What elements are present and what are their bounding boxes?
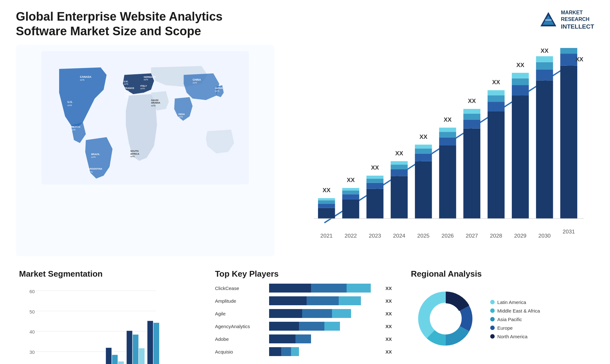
logo-box: MARKET RESEARCH INTELLECT [539,10,594,30]
svg-text:30: 30 [30,350,35,355]
svg-text:XX: XX [419,133,427,140]
player-name: Acquisio [215,349,266,354]
svg-rect-39 [318,204,335,208]
bar-seg3 [339,296,361,305]
svg-text:XX: XX [540,48,548,54]
seg-chart-svg: 60 50 40 30 20 10 [19,284,160,364]
svg-rect-83 [487,90,505,95]
svg-rect-46 [342,191,359,194]
world-map-svg: CANADA xx% U.S. xx% MEXICO xx% BRAZIL xx… [22,51,268,185]
svg-text:XX: XX [395,150,403,157]
player-name: AgencyAnalytics [215,324,266,329]
svg-rect-82 [487,95,505,102]
svg-rect-38 [318,208,335,219]
donut-svg [411,284,481,354]
svg-text:xx%: xx% [140,87,145,90]
svg-text:xx%: xx% [193,81,197,84]
player-row: AgencyAnalytics XX [215,322,395,331]
svg-rect-62 [415,161,432,219]
player-value: XX [385,324,395,329]
svg-rect-99 [560,54,577,65]
bar-seg1 [269,322,299,331]
svg-text:2029: 2029 [514,233,526,239]
svg-rect-133 [133,335,139,364]
donut-chart [411,284,481,355]
svg-rect-136 [147,321,153,364]
svg-rect-95 [536,56,553,62]
bar-seg3 [347,284,371,293]
svg-text:50: 50 [30,309,35,314]
svg-rect-87 [512,85,529,95]
svg-text:xx%: xx% [71,128,75,131]
svg-rect-45 [342,194,359,199]
player-bar [269,296,380,305]
bar-seg3 [324,322,340,331]
svg-rect-93 [536,70,553,81]
svg-rect-137 [153,323,159,364]
legend-asia-pacific: Asia Pacific [490,317,540,322]
svg-text:xx%: xx% [151,104,155,107]
svg-rect-44 [342,199,359,219]
svg-rect-74 [463,129,480,219]
regional-title: Regional Analysis [411,269,591,279]
svg-rect-98 [560,66,577,219]
svg-text:BRAZIL: BRAZIL [91,153,100,156]
svg-rect-47 [342,188,359,191]
svg-text:XX: XX [575,56,583,63]
barchart-section: XX 2021 XX 2022 XX 2023 [284,45,594,256]
europe-dot [490,326,495,330]
bar-seg1 [269,347,281,356]
svg-rect-80 [487,111,505,219]
svg-text:2031: 2031 [562,228,575,235]
svg-rect-65 [415,145,432,148]
svg-text:MEXICO: MEXICO [71,125,80,128]
player-bar [269,284,380,293]
svg-rect-70 [439,132,456,137]
north-america-dot [490,334,495,339]
europe-label: Europe [497,325,512,331]
svg-text:xx%: xx% [130,155,135,158]
svg-rect-76 [463,114,480,120]
svg-text:60: 60 [30,289,35,294]
svg-text:xx%: xx% [124,96,129,99]
main-content: CANADA xx% U.S. xx% MEXICO xx% BRAZIL xx… [16,45,594,364]
bar-seg1 [269,309,302,318]
mea-dot [490,308,495,313]
bar-seg2 [302,309,332,318]
player-value: XX [385,298,395,304]
svg-text:2026: 2026 [441,233,454,239]
svg-text:2025: 2025 [417,233,430,239]
bar-seg1 [269,296,307,305]
svg-rect-132 [127,331,132,364]
svg-text:XX: XX [468,98,476,104]
player-name: Agile [215,311,266,316]
svg-rect-63 [415,154,432,161]
player-bar [269,334,380,343]
svg-rect-51 [366,183,383,189]
svg-rect-92 [536,81,553,219]
player-value: XX [385,349,395,354]
bar-seg2 [299,322,324,331]
svg-text:xx%: xx% [88,171,93,173]
regional-legend: Latin America Middle East & Africa Asia … [490,300,540,339]
svg-point-140 [430,303,461,334]
latin-america-label: Latin America [497,300,526,305]
svg-rect-89 [512,73,529,78]
svg-rect-40 [318,200,335,204]
svg-rect-86 [512,95,529,219]
regional-content: Latin America Middle East & Africa Asia … [411,284,591,355]
svg-text:XX: XX [492,79,500,86]
svg-text:40: 40 [30,330,35,335]
seg-chart-area: 60 50 40 30 20 10 [19,284,199,364]
svg-rect-81 [487,102,505,111]
bar-seg3 [332,309,351,318]
svg-text:XX: XX [516,62,524,68]
latin-america-dot [490,300,495,304]
svg-text:xx%: xx% [67,104,72,107]
svg-rect-56 [390,176,408,219]
svg-rect-128 [106,348,112,364]
svg-text:2022: 2022 [344,233,357,239]
svg-rect-52 [366,179,383,183]
svg-text:XX: XX [444,116,451,123]
player-value: XX [385,311,395,316]
